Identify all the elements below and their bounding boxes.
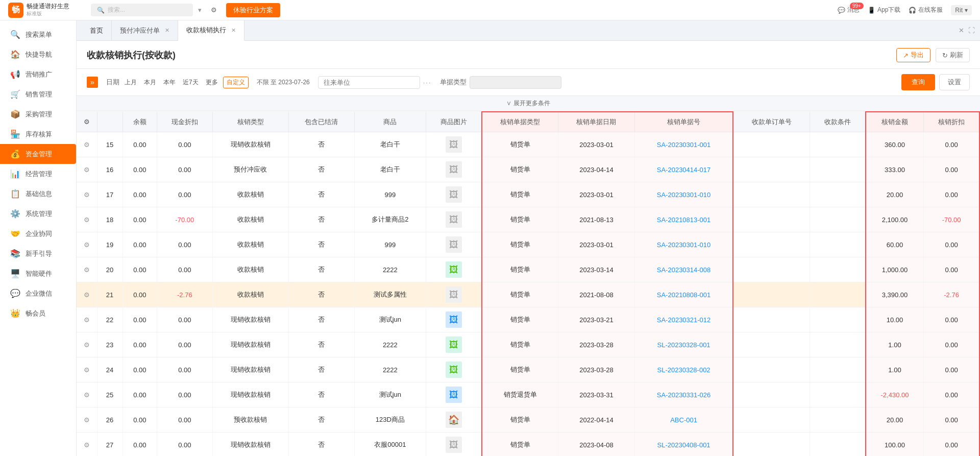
cell-settings[interactable]: ⚙ — [77, 357, 97, 382]
date-shortcut-this-year[interactable]: 本年 — [161, 77, 178, 88]
sidebar-item-basic[interactable]: 📋 基础信息 — [0, 184, 76, 204]
cell-write-off-type: 现销收款核销 — [212, 132, 288, 157]
sidebar-item-guide[interactable]: 📚 新手引导 — [0, 244, 76, 263]
cell-doc-date: 2023-03-01 — [558, 132, 634, 157]
sidebar-item-finance[interactable]: 💰 资金管理 — [0, 144, 76, 164]
tab-home[interactable]: 首页 — [82, 20, 112, 41]
cell-row-num: 27 — [97, 433, 122, 457]
cell-settings[interactable]: ⚙ — [77, 407, 97, 433]
tab-close-receipt[interactable]: ✕ — [231, 27, 236, 34]
cell-settings[interactable]: ⚙ — [77, 207, 97, 232]
date-shortcut-7days[interactable]: 近7天 — [181, 77, 201, 88]
cell-write-off-amount: 10.00 — [866, 307, 924, 332]
tab-receipt[interactable]: 收款核销执行 ✕ — [178, 20, 244, 41]
cell-settings[interactable]: ⚙ — [77, 282, 97, 307]
guide-icon: 📚 — [10, 249, 20, 258]
date-shortcut-this-month[interactable]: 本月 — [142, 77, 158, 88]
brand-logo: 畅 — [8, 3, 23, 18]
app-download-button[interactable]: 📱 App下载 — [868, 6, 900, 14]
receipt-type-select[interactable] — [470, 76, 561, 89]
cell-settings[interactable]: ⚙ — [77, 157, 97, 182]
close-tab-icon[interactable]: ✕ — [959, 27, 964, 34]
cell-included: 否 — [288, 232, 354, 257]
col-receipt-condition: 收款条件 — [810, 112, 866, 132]
sidebar-item-system[interactable]: ⚙️ 系统管理 — [0, 204, 76, 224]
filter-expand-button[interactable]: » — [87, 77, 98, 88]
cell-receipt-condition — [810, 232, 866, 257]
sidebar-item-sales[interactable]: 🛒 销售管理 — [0, 84, 76, 104]
cell-receipt-order-no — [733, 307, 810, 332]
industry-solution-button[interactable]: 休验行业方案 — [226, 3, 280, 17]
export-button[interactable]: ↗ 导出 — [896, 48, 930, 62]
cell-goods-image: 🖼 — [426, 433, 481, 457]
system-icon: ⚙️ — [10, 209, 20, 219]
cell-settings[interactable]: ⚙ — [77, 132, 97, 157]
sidebar-item-wechat[interactable]: 💬 企业微信 — [0, 283, 76, 303]
marketing-icon: 📢 — [10, 69, 20, 79]
date-shortcut-custom[interactable]: 自定义 — [223, 77, 249, 88]
sidebar-item-search[interactable]: 🔍 搜索菜单 — [0, 25, 76, 44]
basic-icon: 📋 — [10, 189, 20, 199]
cell-settings[interactable]: ⚙ — [77, 307, 97, 332]
cell-settings[interactable]: ⚙ — [77, 433, 97, 457]
table-container[interactable]: ⚙ 余额 现金折扣 核销类型 包含已结清 商品 商品图片 核销单据类型 核销单据… — [77, 111, 980, 456]
cell-cash-discount: 0.00 — [157, 307, 212, 332]
col-doc-no: 核销单据号 — [634, 112, 733, 132]
top-bar-right: 💬 消息 99+ 📱 App下载 🎧 在线客服 Rit ▾ — [838, 5, 972, 15]
cell-row-num: 15 — [97, 132, 122, 157]
tab-bar: 首页 预付冲应付单 ✕ 收款核销执行 ✕ ✕ ⛶ — [77, 20, 980, 41]
cell-receipt-order-no — [733, 232, 810, 257]
cell-write-off-discount: 0.00 — [924, 232, 979, 257]
sidebar-item-management[interactable]: 📊 经营管理 — [0, 164, 76, 184]
cell-write-off-discount: -70.00 — [924, 207, 979, 232]
cell-receipt-order-no — [733, 282, 810, 307]
cell-receipt-condition — [810, 207, 866, 232]
maximize-icon[interactable]: ⛶ — [968, 27, 975, 34]
date-shortcut-last-month[interactable]: 上月 — [122, 77, 139, 88]
col-receipt-order-no: 收款单订单号 — [733, 112, 810, 132]
sidebar-item-hardware[interactable]: 🖥️ 智能硬件 — [0, 263, 76, 283]
cell-goods: 999 — [354, 182, 426, 207]
sidebar: 🔍 搜索菜单 🏠 快捷导航 📢 营销推广 🛒 销售管理 📦 采购管理 🏪 库存核… — [0, 20, 77, 456]
cell-goods: 老白干 — [354, 157, 426, 182]
expand-more-bar[interactable]: ∨ 展开更多条件 — [77, 96, 980, 111]
settings-button[interactable]: 设置 — [939, 74, 970, 90]
col-settings[interactable]: ⚙ — [77, 112, 97, 132]
cell-included: 否 — [288, 132, 354, 157]
cell-row-num: 18 — [97, 207, 122, 232]
cell-doc-date: 2023-03-14 — [558, 257, 634, 282]
table-row: ⚙ 23 0.00 0.00 现销收款核销 否 2222 🖼 销货单 2023-… — [77, 332, 979, 357]
date-shortcut-more[interactable]: 更多 — [204, 77, 220, 88]
cell-settings[interactable]: ⚙ — [77, 257, 97, 282]
sidebar-item-inventory[interactable]: 🏪 库存核算 — [0, 124, 76, 144]
notification-button[interactable]: 💬 消息 99+ — [838, 6, 860, 14]
tab-prepay[interactable]: 预付冲应付单 ✕ — [112, 20, 178, 41]
cell-receipt-order-no — [733, 182, 810, 207]
sidebar-item-shortcut[interactable]: 🏠 快捷导航 — [0, 44, 76, 64]
user-avatar[interactable]: Rit ▾ — [951, 5, 972, 15]
cell-doc-type: 销货单 — [482, 182, 558, 207]
sidebar-item-member[interactable]: 👑 畅会员 — [0, 303, 76, 323]
purchase-icon: 📦 — [10, 109, 20, 119]
gear-button[interactable]: ⚙ — [207, 3, 221, 17]
cell-settings[interactable]: ⚙ — [77, 332, 97, 357]
tab-close-prepay[interactable]: ✕ — [165, 27, 169, 34]
sidebar-item-marketing[interactable]: 📢 营销推广 — [0, 64, 76, 84]
partner-input[interactable] — [318, 76, 420, 89]
partner-more-icon[interactable]: ··· — [423, 79, 432, 86]
cell-doc-date: 2021-08-13 — [558, 207, 634, 232]
cell-settings[interactable]: ⚙ — [77, 232, 97, 257]
cell-settings[interactable]: ⚙ — [77, 382, 97, 407]
query-button[interactable]: 查询 — [901, 74, 935, 90]
top-search[interactable]: 🔍 搜索... — [91, 4, 193, 16]
cell-cash-discount: -70.00 — [157, 207, 212, 232]
refresh-button[interactable]: ↻ 刷新 — [936, 48, 970, 62]
online-service-button[interactable]: 🎧 在线客服 — [909, 6, 943, 14]
sidebar-item-cooperation[interactable]: 🤝 企业协同 — [0, 224, 76, 244]
cell-balance: 0.00 — [122, 207, 157, 232]
brand-edition: 标准版 — [27, 10, 69, 17]
cell-settings[interactable]: ⚙ — [77, 182, 97, 207]
col-doc-date: 核销单据日期 — [558, 112, 634, 132]
cell-cash-discount: 0.00 — [157, 433, 212, 457]
sidebar-item-purchase[interactable]: 📦 采购管理 — [0, 104, 76, 124]
